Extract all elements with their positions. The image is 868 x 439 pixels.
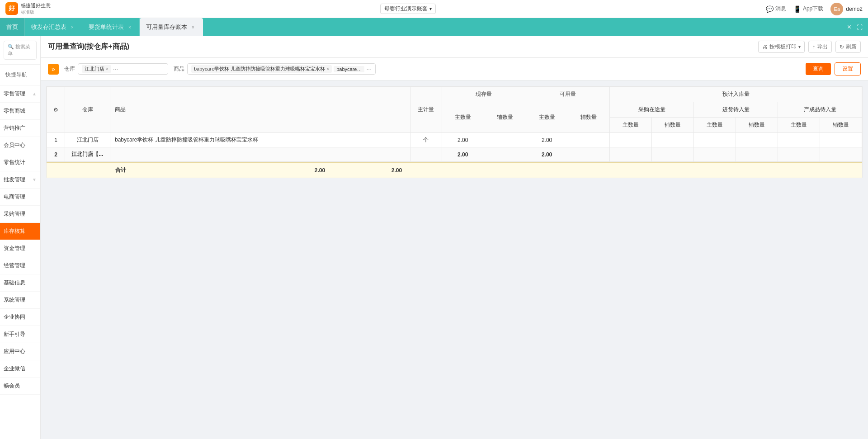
tab-available[interactable]: 可用量库存账本 × (140, 18, 203, 36)
print-btn[interactable]: 🖨 按模板打印 ▾ (758, 41, 805, 53)
sidebar-item-inventory-label: 库存核算 (4, 227, 25, 235)
tab-available-close[interactable]: × (190, 24, 196, 30)
th-avail-sub: 辅数量 (568, 102, 610, 133)
row2-product (110, 147, 410, 162)
th-arrival-sub: 辅数量 (736, 118, 778, 133)
message-btn[interactable]: 💬 消息 (766, 5, 786, 13)
sidebar-item-vip[interactable]: 畅会员 (0, 378, 40, 395)
row1-stock-sub (484, 133, 526, 147)
sidebar-quicknav-item[interactable]: 快捷导航 (0, 67, 40, 82)
query-btn[interactable]: 查询 (806, 63, 831, 75)
tab-inout[interactable]: 收发存汇总表 × (25, 18, 82, 36)
main-layout: 🔍 搜索菜单 快捷导航 零售管理 ▲ 零售商城 营销推广 会员中心 零售统计 (0, 36, 868, 439)
export-btn[interactable]: ↑ 导出 (808, 41, 832, 53)
print-arrow-icon: ▾ (798, 44, 801, 49)
sidebar-item-retail-arrow: ▲ (32, 91, 37, 96)
row2-stock-main: 2.00 (442, 147, 484, 162)
product-tag1-text: babycare学饮杯 儿童防摔防撞吸管杯重力球吸嘴杯宝宝水杯 (194, 66, 325, 72)
settings-btn[interactable]: 设置 (835, 62, 861, 76)
sidebar-item-operation[interactable]: 经营管理 (0, 257, 40, 274)
sidebar-search-area: 🔍 搜索菜单 (0, 36, 40, 65)
sidebar-item-basic[interactable]: 基础信息 (0, 274, 40, 292)
sidebar-item-vip-label: 畅会员 (4, 382, 20, 390)
tab-demand-label: 要货单统计表 (89, 23, 124, 31)
sidebar-item-basic-label: 基础信息 (4, 279, 25, 287)
tab-demand[interactable]: 要货单统计表 × (82, 18, 140, 36)
header-right: 💬 消息 📱 App下载 Ea demo2 (766, 3, 863, 15)
table-row: 2 江北门店【... 2.00 2.00 (47, 147, 862, 162)
row2-stock-sub (484, 147, 526, 162)
sidebar-item-retail-mall[interactable]: 零售商城 (0, 103, 40, 120)
app-download-btn[interactable]: 📱 App下载 (793, 5, 823, 13)
th-stock-sub: 辅数量 (484, 102, 526, 133)
sidebar-item-system[interactable]: 系统管理 (0, 292, 40, 309)
chevron-down-icon: ▾ (429, 6, 432, 11)
row1-production-sub (820, 133, 862, 147)
sidebar-item-operation-label: 经营管理 (4, 262, 25, 269)
logo-area: 好 畅捷通好生意 标准版 (5, 2, 51, 15)
sidebar-item-purchase-label: 采购管理 (4, 210, 25, 218)
page-header-actions: 🖨 按模板打印 ▾ ↑ 导出 ↻ 刷新 (758, 41, 861, 57)
tab-inout-close[interactable]: × (69, 24, 75, 30)
filter-toggle-btn[interactable]: » (48, 64, 59, 75)
sidebar-item-finance[interactable]: 资金管理 (0, 240, 40, 257)
industry-selector[interactable]: 母婴行业演示账套 ▾ (380, 4, 436, 14)
th-unit: 主计量 (410, 87, 442, 133)
product-tag1-close[interactable]: × (326, 66, 329, 71)
refresh-btn[interactable]: ↻ 刷新 (835, 41, 861, 53)
sidebar-item-ecommerce-label: 电商管理 (4, 193, 25, 201)
sidebar-item-newbie[interactable]: 新手引导 (0, 326, 40, 343)
sidebar-item-member[interactable]: 会员中心 (0, 137, 40, 154)
product-more-btn[interactable]: ··· (366, 66, 372, 73)
th-purchase-main: 主数量 (610, 118, 652, 133)
sidebar-item-retail[interactable]: 零售管理 ▲ (0, 85, 40, 103)
sidebar-item-wechat[interactable]: 企业微信 (0, 360, 40, 378)
gear-icon[interactable]: ⚙ (53, 107, 58, 113)
row1-arrival-sub (736, 133, 778, 147)
th-purchase-group: 采购在途量 (610, 102, 694, 118)
sidebar-item-appstore-label: 应用中心 (4, 348, 25, 355)
th-production-group: 产成品待入量 (778, 102, 862, 118)
warehouse-tag: 江北门店 × (82, 65, 111, 73)
sidebar-item-ecommerce[interactable]: 电商管理 (0, 189, 40, 206)
sidebar-item-member-label: 会员中心 (4, 142, 25, 149)
th-purchase-sub: 辅数量 (652, 118, 694, 133)
sidebar-search-btn[interactable]: 🔍 搜索菜单 (4, 41, 37, 60)
sidebar-item-retail-mall-label: 零售商城 (4, 107, 25, 115)
product-input[interactable]: babycare学饮杯 儿童防摔防撞吸管杯重力球吸嘴杯宝宝水杯 × babyca… (187, 63, 376, 75)
sidebar-item-purchase[interactable]: 采购管理 (0, 206, 40, 223)
sidebar-item-wechat-label: 企业微信 (4, 365, 25, 373)
warehouse-tag-text: 江北门店 (85, 66, 104, 72)
warehouse-tag-close[interactable]: × (106, 66, 108, 71)
message-label: 消息 (775, 5, 786, 13)
tab-available-label: 可用量库存账本 (146, 23, 187, 31)
sidebar-item-wholesale[interactable]: 批发管理 ▼ (0, 171, 40, 189)
user-area[interactable]: Ea demo2 (830, 3, 863, 15)
warehouse-input[interactable]: 江北门店 × ··· (78, 63, 168, 75)
print-icon: 🖨 (762, 44, 768, 50)
refresh-icon: ↻ (840, 44, 844, 50)
sidebar-item-retail-stat[interactable]: 零售统计 (0, 154, 40, 171)
tab-demand-close[interactable]: × (127, 24, 133, 30)
app-name: 畅捷通好生意 (21, 2, 51, 9)
sidebar-item-inventory[interactable]: 库存核算 (0, 223, 40, 240)
tab-close-all-btn[interactable]: × (845, 21, 853, 33)
sidebar-menu: 零售管理 ▲ 零售商城 营销推广 会员中心 零售统计 批发管理 ▼ 电商管理 (0, 85, 40, 395)
content-area: 可用量查询(按仓库+商品) 🖨 按模板打印 ▾ ↑ 导出 ↻ 刷新 (41, 36, 868, 439)
sidebar-item-appstore[interactable]: 应用中心 (0, 343, 40, 360)
filter-actions: 查询 设置 (806, 62, 861, 76)
sidebar-item-enterprise[interactable]: 企业协同 (0, 309, 40, 326)
table-area: ⚙ 仓库 商品 主计量 现存量 可用量 预计入库量 主数量 (41, 80, 868, 439)
sidebar-item-wholesale-label: 批发管理 (4, 176, 25, 184)
row1-warehouse: 江北门店 (65, 133, 110, 147)
tab-fullscreen-btn[interactable]: ⛶ (855, 22, 864, 33)
th-avail-main: 主数量 (526, 102, 568, 133)
warehouse-more-btn[interactable]: ··· (113, 66, 118, 73)
th-production-main: 主数量 (778, 118, 820, 133)
tab-home[interactable]: 首页 (0, 18, 25, 36)
row1-product: babycare学饮杯 儿童防摔防撞吸管杯重力球吸嘴杯宝宝水杯 (110, 133, 410, 147)
th-available-group: 可用量 (526, 87, 610, 102)
row2-warehouse: 江北门店【... (65, 147, 110, 162)
sidebar-item-marketing[interactable]: 营销推广 (0, 120, 40, 137)
data-table: ⚙ 仓库 商品 主计量 现存量 可用量 预计入库量 主数量 (47, 86, 862, 162)
